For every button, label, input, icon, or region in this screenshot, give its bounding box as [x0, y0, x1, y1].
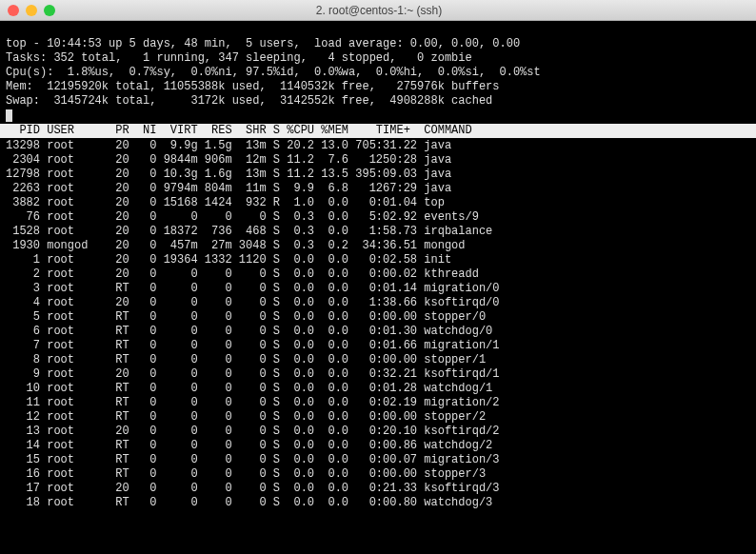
process-row: 2 root 20 0 0 0 0 S 0.0 0.0 0:00.02 kthr…: [6, 267, 750, 282]
process-row: 1 root 20 0 19364 1332 1120 S 0.0 0.0 0:…: [6, 253, 750, 267]
process-row: 13 root 20 0 0 0 0 S 0.0 0.0 0:20.10 kso…: [6, 425, 750, 439]
process-table: 13298 root 20 0 9.9g 1.5g 13m S 20.2 13.…: [6, 139, 750, 510]
close-icon[interactable]: [8, 5, 19, 16]
process-row: 1528 root 20 0 18372 736 468 S 0.3 0.0 1…: [6, 225, 750, 239]
top-summary-cpu: Cpu(s): 1.8%us, 0.7%sy, 0.0%ni, 97.5%id,…: [6, 66, 541, 79]
process-row: 13298 root 20 0 9.9g 1.5g 13m S 20.2 13.…: [6, 139, 750, 153]
process-row: 9 root 20 0 0 0 0 S 0.0 0.0 0:32.21 ksof…: [6, 367, 750, 382]
top-summary-swap: Swap: 3145724k total, 3172k used, 314255…: [6, 94, 492, 108]
process-row: 14 root RT 0 0 0 0 S 0.0 0.0 0:00.86 wat…: [6, 439, 750, 453]
top-summary-tasks: Tasks: 352 total, 1 running, 347 sleepin…: [6, 51, 472, 65]
process-row: 5 root RT 0 0 0 0 S 0.0 0.0 0:00.00 stop…: [6, 310, 750, 325]
maximize-icon[interactable]: [44, 5, 55, 16]
process-row: 8 root RT 0 0 0 0 S 0.0 0.0 0:00.00 stop…: [6, 353, 750, 367]
process-row: 18 root RT 0 0 0 0 S 0.0 0.0 0:00.80 wat…: [6, 496, 750, 510]
process-row: 16 root RT 0 0 0 0 S 0.0 0.0 0:00.00 sto…: [6, 467, 750, 482]
process-row: 76 root 20 0 0 0 0 S 0.3 0.0 5:02.92 eve…: [6, 210, 750, 225]
process-row: 6 root RT 0 0 0 0 S 0.0 0.0 0:01.30 watc…: [6, 325, 750, 339]
top-summary-mem: Mem: 12195920k total, 11055388k used, 11…: [6, 80, 499, 93]
process-row: 3 root RT 0 0 0 0 S 0.0 0.0 0:01.14 migr…: [6, 282, 750, 296]
process-table-header: PID USER PR NI VIRT RES SHR S %CPU %MEM …: [0, 124, 756, 138]
process-row: 2304 root 20 0 9844m 906m 12m S 11.2 7.6…: [6, 153, 750, 168]
top-summary-uptime: top - 10:44:53 up 5 days, 48 min, 5 user…: [6, 37, 520, 50]
process-row: 12798 root 20 0 10.3g 1.6g 13m S 11.2 13…: [6, 168, 750, 182]
process-row: 17 root 20 0 0 0 0 S 0.0 0.0 0:21.33 kso…: [6, 482, 750, 496]
terminal-output[interactable]: top - 10:44:53 up 5 days, 48 min, 5 user…: [0, 21, 756, 516]
process-row: 1930 mongod 20 0 457m 27m 3048 S 0.3 0.2…: [6, 239, 750, 253]
window-title: 2. root@centos-1:~ (ssh): [55, 4, 703, 17]
process-row: 4 root 20 0 0 0 0 S 0.0 0.0 1:38.66 ksof…: [6, 296, 750, 310]
process-row: 12 root RT 0 0 0 0 S 0.0 0.0 0:00.00 sto…: [6, 410, 750, 425]
window-titlebar: 2. root@centos-1:~ (ssh): [0, 0, 756, 21]
traffic-lights: [8, 5, 55, 16]
process-row: 2263 root 20 0 9794m 804m 11m S 9.9 6.8 …: [6, 182, 750, 196]
process-row: 3882 root 20 0 15168 1424 932 R 1.0 0.0 …: [6, 196, 750, 210]
process-row: 10 root RT 0 0 0 0 S 0.0 0.0 0:01.28 wat…: [6, 382, 750, 396]
process-row: 15 root RT 0 0 0 0 S 0.0 0.0 0:00.07 mig…: [6, 453, 750, 467]
process-row: 11 root RT 0 0 0 0 S 0.0 0.0 0:02.19 mig…: [6, 396, 750, 410]
cursor: [6, 109, 12, 122]
process-row: 7 root RT 0 0 0 0 S 0.0 0.0 0:01.66 migr…: [6, 339, 750, 353]
minimize-icon[interactable]: [26, 5, 37, 16]
